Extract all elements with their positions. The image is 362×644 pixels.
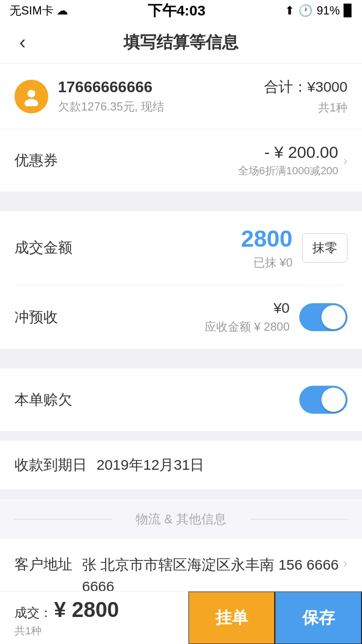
toggle-knob bbox=[321, 305, 346, 329]
battery-icon: ⬆ bbox=[285, 4, 294, 17]
prepayment-values: ¥0 应收金额 ¥ 2800 bbox=[205, 300, 290, 335]
customer-phone: 17666666666 bbox=[58, 78, 164, 96]
customer-info: 17666666666 欠款1276.35元, 现结 bbox=[58, 78, 164, 114]
customer-row: 17666666666 欠款1276.35元, 现结 合计：¥3000 共1种 bbox=[0, 64, 362, 129]
due-date-value: 2019年12月31日 bbox=[97, 455, 204, 475]
coupon-discount: - ¥ 200.00 bbox=[238, 143, 338, 162]
round-button[interactable]: 抹零 bbox=[302, 233, 348, 263]
divider-line-left bbox=[14, 519, 111, 519]
address-label: 客户地址 bbox=[14, 554, 72, 574]
customer-left: 17666666666 欠款1276.35元, 现结 bbox=[14, 78, 164, 114]
prepayment-amount: ¥0 bbox=[205, 300, 290, 316]
logistics-divider: 物流 & 其他信息 bbox=[0, 499, 362, 539]
bottom-bar: 成交： ¥ 2800 共1种 挂单 保存 bbox=[0, 591, 362, 644]
coupon-row[interactable]: 优惠券 - ¥ 200.00 全场6折满1000减200 › bbox=[0, 129, 362, 192]
coupon-description: 全场6折满1000减200 bbox=[238, 164, 338, 178]
credit-section: 本单赊欠 bbox=[0, 368, 362, 431]
svg-point-0 bbox=[28, 90, 35, 98]
status-bar: 无SIM卡 ☁ 下午4:03 ⬆ 🕐 91% ▉ bbox=[0, 0, 362, 21]
divider-line-right bbox=[251, 519, 348, 519]
user-icon bbox=[22, 87, 41, 106]
customer-totals: 合计：¥3000 共1种 bbox=[264, 77, 348, 115]
bottom-count: 共1种 bbox=[14, 624, 174, 638]
battery-bar: ▉ bbox=[344, 4, 352, 17]
transaction-amount-row: 成交金额 2800 已抹 ¥0 抹零 bbox=[14, 211, 348, 285]
transaction-rounded: 已抹 ¥0 bbox=[241, 255, 292, 270]
customer-section: 17666666666 欠款1276.35元, 现结 合计：¥3000 共1种 … bbox=[0, 64, 362, 192]
due-date-section: 收款到期日 2019年12月31日 bbox=[0, 441, 362, 490]
address-chevron: › bbox=[343, 554, 348, 571]
status-right: ⬆ 🕐 91% ▉ bbox=[285, 4, 352, 17]
prepayment-row: 冲预收 ¥0 应收金额 ¥ 2800 bbox=[14, 285, 348, 349]
due-date-row: 收款到期日 2019年12月31日 bbox=[14, 455, 348, 475]
save-button[interactable]: 保存 bbox=[275, 591, 362, 644]
transaction-value: 2800 bbox=[241, 225, 292, 252]
transaction-right: 2800 已抹 ¥0 抹零 bbox=[241, 225, 348, 270]
nav-bar: ‹ 填写结算等信息 bbox=[0, 21, 362, 64]
credit-row: 本单赊欠 bbox=[14, 368, 348, 431]
amount-section: 成交金额 2800 已抹 ¥0 抹零 冲预收 ¥0 应收金额 ¥ 2800 bbox=[0, 211, 362, 349]
sim-status: 无SIM卡 ☁ bbox=[10, 3, 68, 18]
bottom-summary: 成交： ¥ 2800 共1种 bbox=[0, 598, 188, 638]
prepayment-toggle[interactable] bbox=[299, 303, 348, 331]
total-amount: 合计：¥3000 bbox=[264, 77, 348, 97]
bottom-deal-amount: ¥ 2800 bbox=[54, 598, 119, 622]
status-time: 下午4:03 bbox=[148, 1, 206, 21]
prepayment-label: 冲预收 bbox=[14, 308, 58, 327]
coupon-label: 优惠券 bbox=[14, 151, 58, 170]
logistics-label: 物流 & 其他信息 bbox=[136, 511, 226, 528]
credit-toggle-knob bbox=[321, 388, 346, 412]
section-divider-2 bbox=[0, 359, 362, 368]
battery-level: 91% bbox=[317, 4, 340, 17]
customer-debt: 欠款1276.35元, 现结 bbox=[58, 99, 164, 114]
transaction-values: 2800 已抹 ¥0 bbox=[241, 225, 292, 270]
page-title: 填写结算等信息 bbox=[124, 31, 238, 54]
transaction-label: 成交金额 bbox=[14, 238, 72, 258]
total-count: 共1种 bbox=[264, 100, 348, 115]
credit-label: 本单赊欠 bbox=[14, 390, 72, 410]
avatar bbox=[14, 80, 48, 113]
coupon-right: - ¥ 200.00 全场6折满1000减200 › bbox=[238, 143, 348, 178]
status-left: 无SIM卡 ☁ bbox=[10, 3, 68, 18]
section-divider-1 bbox=[0, 201, 362, 211]
address-chevron-icon: › bbox=[343, 556, 348, 571]
pending-button[interactable]: 挂单 bbox=[188, 591, 275, 644]
back-button[interactable]: ‹ bbox=[14, 27, 30, 58]
svg-point-1 bbox=[25, 99, 38, 106]
bottom-deal-label: 成交： bbox=[14, 604, 52, 621]
clock-icon: 🕐 bbox=[298, 4, 313, 17]
coupon-values: - ¥ 200.00 全场6折满1000减200 bbox=[238, 143, 338, 178]
chevron-right-icon: › bbox=[343, 153, 348, 168]
due-date-label: 收款到期日 bbox=[14, 455, 87, 475]
prepayment-receivable: 应收金额 ¥ 2800 bbox=[205, 319, 290, 335]
content: 17666666666 欠款1276.35元, 现结 合计：¥3000 共1种 … bbox=[0, 64, 362, 644]
credit-toggle[interactable] bbox=[299, 386, 348, 414]
prepayment-right: ¥0 应收金额 ¥ 2800 bbox=[205, 300, 348, 335]
